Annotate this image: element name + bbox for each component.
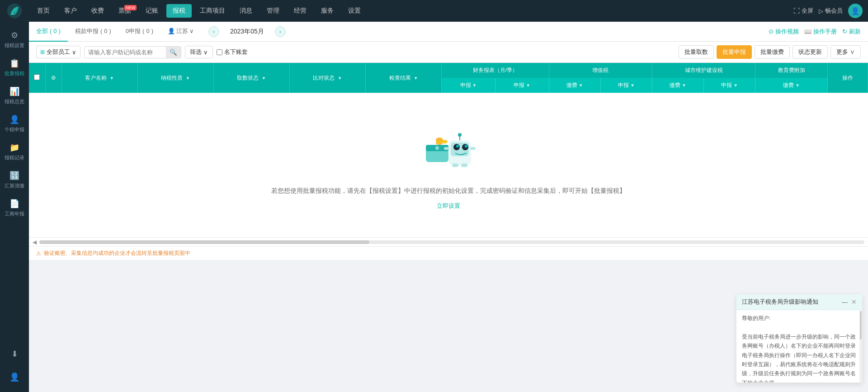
- nav-tax[interactable]: 报税: [166, 4, 192, 18]
- sidebar-item-tax-settings[interactable]: ⚙ 报税设置: [0, 25, 29, 53]
- notification-title: 江苏电子税务局升级影响通知: [742, 298, 818, 306]
- sidebar-item-settlement[interactable]: 🔢 汇算清缴: [0, 166, 29, 194]
- chevron-down-icon: ∨: [189, 28, 194, 34]
- fetch-filter-icon[interactable]: ▼: [262, 76, 266, 81]
- svg-rect-16: [444, 147, 449, 150]
- svg-point-6: [436, 138, 443, 142]
- financial-declare-filter[interactable]: ▼: [472, 83, 477, 88]
- sidebar-item-personal-tax[interactable]: 👤 个税申报: [0, 110, 29, 138]
- nav-manage[interactable]: 管理: [260, 4, 286, 18]
- tab-zero-declaration[interactable]: 0申报(0): [118, 22, 160, 42]
- sidebar-item-download[interactable]: ⬇: [7, 344, 22, 365]
- search-input[interactable]: [85, 47, 166, 57]
- tab-tax-declaration[interactable]: 税款申报(0): [68, 22, 118, 42]
- annual-report-icon: 📄: [9, 198, 20, 209]
- sidebar-item-annual-report[interactable]: 📄 工商年报: [0, 194, 29, 222]
- sidebar-bottom: ⬇ 👤: [7, 344, 22, 388]
- status-message: 验证账密、采集信息均成功的企业才会流转至批量报税页面中: [44, 249, 190, 257]
- refresh-button[interactable]: ↻ 刷新: [842, 28, 861, 36]
- fullscreen-button[interactable]: ⛶ 全屏: [793, 7, 813, 15]
- status-update-button[interactable]: 状态更新: [793, 45, 828, 59]
- col-education-surcharge: 教育费附加: [755, 63, 828, 78]
- vat-declare-filter[interactable]: ▼: [526, 83, 530, 88]
- vat-pay-filter[interactable]: ▼: [579, 83, 583, 88]
- sidebar-item-batch-tax[interactable]: 📋 批量报税: [0, 53, 29, 81]
- nav-message[interactable]: 消息: [233, 4, 259, 18]
- svg-point-12: [456, 145, 459, 148]
- sidebar-item-tax-overview[interactable]: 📊 报税总览: [0, 81, 29, 110]
- col-edu-declare: 申报▼: [704, 78, 755, 93]
- tab-region-right: ⊙ 操作视频 📖 操作手册 ↻ 刷新: [761, 28, 868, 36]
- search-button[interactable]: 🔍: [166, 47, 181, 58]
- check-filter-icon[interactable]: ▼: [414, 76, 418, 81]
- notification-scroll-thumb: [860, 311, 862, 340]
- edu-pay-filter[interactable]: ▼: [795, 83, 800, 88]
- settings-icon[interactable]: ⚙: [51, 75, 56, 81]
- nav-bookkeeping[interactable]: 记账: [139, 4, 165, 18]
- nav-charge[interactable]: 收费: [85, 4, 110, 18]
- compare-filter-icon[interactable]: ▼: [338, 76, 342, 81]
- refresh-icon: ↻: [842, 28, 847, 35]
- operation-video-link[interactable]: ⊙ 操作视频: [769, 28, 799, 36]
- video-icon: ⊙: [769, 28, 774, 35]
- tax-nature-filter-icon[interactable]: ▼: [185, 76, 190, 81]
- nav-home[interactable]: 首页: [31, 4, 56, 18]
- employee-select[interactable]: ⊞ 全部员工 ∨: [36, 46, 80, 58]
- scroll-track[interactable]: [39, 240, 864, 244]
- nav-bizproject[interactable]: 工商项目: [193, 4, 231, 18]
- svg-point-7: [442, 140, 448, 143]
- batch-declare-button[interactable]: 批量申报: [717, 45, 752, 59]
- manual-icon: 📖: [804, 28, 811, 35]
- batch-pay-button[interactable]: 批量缴费: [755, 45, 790, 59]
- sidebar-item-user[interactable]: 👤: [7, 367, 22, 388]
- batch-fetch-button[interactable]: 批量取数: [679, 45, 714, 59]
- dropdown-arrow-icon: ∨: [72, 49, 76, 56]
- col-compare-status: 比对状态 ▼: [289, 63, 365, 93]
- notification-close-button[interactable]: ✕: [851, 298, 857, 306]
- scroll-left-arrow[interactable]: ◀: [33, 239, 37, 245]
- customer-filter-icon[interactable]: ▼: [109, 76, 114, 81]
- tax-records-icon: 📁: [9, 142, 20, 153]
- setup-link[interactable]: 立即设置: [437, 202, 460, 210]
- col-edu-pay: 缴费▼: [755, 78, 828, 93]
- filter-button[interactable]: 筛选 ∨: [185, 46, 213, 58]
- batch-tax-icon: 📋: [9, 58, 20, 69]
- col-vat: 增值税: [549, 63, 652, 78]
- next-month-button[interactable]: ›: [275, 26, 286, 37]
- tab-region-selector[interactable]: 👤 江苏 ∨: [160, 22, 201, 42]
- col-vat-declare: 申报▼: [495, 78, 549, 93]
- user-avatar[interactable]: 👤: [848, 4, 863, 18]
- notification-body: 尊敬的用户: 受当前电子税务局进一步升级的影响，同一个政务网账号（办税人）名下的…: [736, 310, 862, 382]
- more-button[interactable]: 更多 ∨: [830, 45, 861, 59]
- data-table: ⚙ 客户名称 ▼ 纳税性质 ▼ 取数状态 ▼ 比对状态: [29, 63, 868, 93]
- col-tax-nature: 纳税性质 ▼: [137, 63, 213, 93]
- nav-invoice[interactable]: 票据 NEW: [112, 4, 137, 18]
- nav-service[interactable]: 服务: [315, 4, 340, 18]
- toolbar: ⊞ 全部员工 ∨ 🔍 筛选 ∨ 名下账套 批量取数 批量申报 批量缴费 状态更新…: [29, 42, 868, 63]
- sub-account-checkbox[interactable]: [217, 49, 222, 55]
- nav-customer[interactable]: 客户: [58, 4, 83, 18]
- checkbox-label[interactable]: 名下账套: [217, 48, 248, 56]
- empty-message: 若您想使用批量报税功能，请先在【报税设置】中进行报税的初始化设置，完成密码验证和…: [271, 185, 626, 196]
- empty-state: 若您想使用批量报税功能，请先在【报税设置】中进行报税的初始化设置，完成密码验证和…: [29, 93, 868, 237]
- nav-settings[interactable]: 设置: [342, 4, 367, 18]
- sidebar-item-tax-records[interactable]: 📁 报税记录: [0, 138, 29, 166]
- vip-button[interactable]: ▷ 畅会员: [819, 7, 843, 15]
- select-all-checkbox[interactable]: [34, 74, 40, 80]
- prev-month-button[interactable]: ‹: [208, 26, 219, 37]
- operation-manual-link[interactable]: 📖 操作手册: [804, 28, 837, 36]
- nav-badge-new: NEW: [124, 5, 137, 10]
- left-sidebar: ⚙ 报税设置 📋 批量报税 📊 报税总览 👤 个税申报 📁 报税记录 🔢 汇算清…: [0, 22, 29, 392]
- col-city-declare: 申报▼: [600, 78, 652, 93]
- notification-minimize-icon[interactable]: —: [842, 299, 848, 306]
- download-icon: ⬇: [9, 349, 20, 359]
- nav-operation[interactable]: 经营: [288, 4, 313, 18]
- edu-declare-filter[interactable]: ▼: [733, 83, 738, 88]
- more-arrow-icon: ∨: [850, 48, 855, 55]
- top-navigation: 首页 客户 收费 票据 NEW 记账 报税 工商项目 消息 管理 经营 服务 设…: [0, 0, 868, 22]
- notification-scrollbar[interactable]: [859, 311, 862, 382]
- city-pay-filter[interactable]: ▼: [682, 83, 686, 88]
- scroll-thumb[interactable]: [39, 240, 369, 244]
- tab-all[interactable]: 全部(0): [29, 22, 68, 42]
- city-declare-filter[interactable]: ▼: [630, 83, 635, 88]
